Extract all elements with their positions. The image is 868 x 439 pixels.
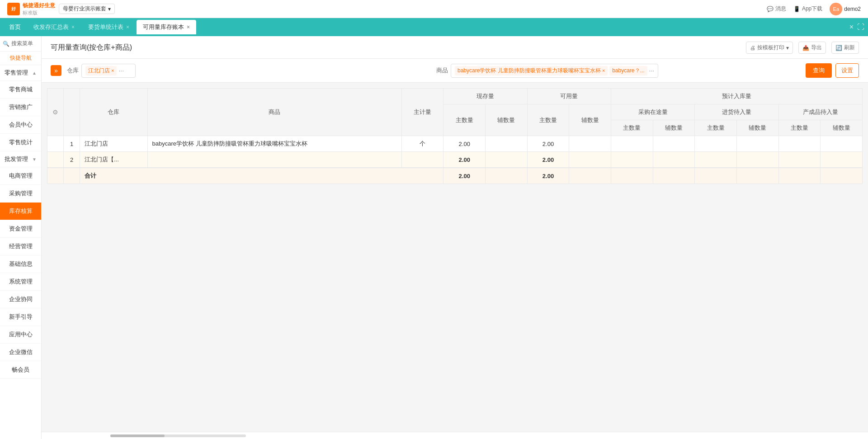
col-header-warehouse: 仓库 (80, 89, 148, 136)
industry-selector[interactable]: 母婴行业演示账套 ▾ (59, 4, 115, 14)
col-header-available-main: 主数量 (527, 104, 569, 136)
row-2-available-main: 2.00 (527, 152, 569, 168)
col-header-available: 可用量 (527, 89, 611, 104)
row-1-available-aux (569, 136, 611, 152)
refresh-button[interactable]: 🔄 刷新 (831, 42, 859, 54)
row-2-inbound-main (695, 152, 737, 168)
message-button[interactable]: 💬 消息 (767, 5, 786, 13)
user-menu[interactable]: Ea demo2 (830, 3, 861, 15)
top-bar-left: 好 畅捷通好生意 标准版 母婴行业演示账套 ▾ (7, 2, 115, 16)
col-header-current-stock: 现存量 (443, 89, 527, 104)
row-1-available-main: 2.00 (527, 136, 569, 152)
sidebar-item-new-guide[interactable]: 新手引导 (0, 308, 41, 326)
col-header-current-aux: 辅数量 (486, 104, 528, 136)
col-header-inbound-aux: 辅数量 (736, 120, 778, 136)
window-buttons: × ⛶ (849, 23, 864, 31)
query-button[interactable]: 查询 (806, 63, 832, 78)
tab-1[interactable]: 收发存汇总表 × (27, 20, 81, 34)
row-2-current-main: 2.00 (443, 152, 486, 168)
row-1-product: babycare学饮杯 儿童防摔防撞吸管杯重力球吸嘴杯宝宝水杯 (147, 136, 401, 152)
top-bar-right: 💬 消息 📱 App下载 Ea demo2 (767, 3, 861, 15)
product-input[interactable]: babycare学饮杯 儿童防摔防撞吸管杯重力球吸嘴杯宝宝水杯 × babyca… (451, 64, 658, 78)
warehouse-tag-close[interactable]: × (111, 68, 114, 73)
row-2-no: 2 (64, 152, 80, 168)
sidebar-quick-nav[interactable]: 快捷导航 (0, 52, 41, 65)
sidebar-item-retail-stats[interactable]: 零售统计 (0, 134, 41, 151)
sidebar-item-system[interactable]: 系统管理 (0, 273, 41, 291)
export-button[interactable]: 📤 导出 (798, 42, 826, 54)
table-settings-icon[interactable]: ⚙ (52, 109, 58, 116)
sidebar-item-ecommerce[interactable]: 电商管理 (0, 167, 41, 185)
row-2-unit (401, 152, 443, 168)
footer-current-main: 2.00 (443, 168, 486, 184)
col-header-unit: 主计量 (401, 89, 443, 136)
row-2-purchase-aux (653, 152, 695, 168)
brand-name: 畅捷通好生意 (23, 2, 55, 9)
settings-button[interactable]: 设置 (835, 63, 859, 78)
content-area: 可用量查询(按仓库+商品) 🖨 按模板打印 ▾ 📤 导出 🔄 刷新 (42, 36, 868, 439)
col-header-settings: ⚙ (47, 89, 64, 136)
row-1-current-main: 2.00 (443, 136, 486, 152)
table-row: 2 江北门店【... 2.00 2.00 (47, 152, 863, 168)
close-all-tabs-button[interactable]: × (849, 23, 854, 31)
row-2-available-aux (569, 152, 611, 168)
horizontal-scrollbar[interactable] (110, 434, 246, 437)
scrollbar-thumb (110, 434, 165, 437)
page-header: 可用量查询(按仓库+商品) 🖨 按模板打印 ▾ 📤 导出 🔄 刷新 (42, 36, 868, 59)
tab-2[interactable]: 要货单统计表 × (82, 20, 136, 34)
sidebar-item-members[interactable]: 会员中心 (0, 116, 41, 134)
row-1-production-main (778, 136, 821, 152)
footer-available-main: 2.00 (527, 168, 569, 184)
export-icon: 📤 (802, 45, 809, 51)
sidebar-item-online-store[interactable]: 零售商城 (0, 81, 41, 99)
sidebar-item-vip[interactable]: 畅会员 (0, 361, 41, 379)
tab-2-close[interactable]: × (126, 24, 129, 30)
search-icon: 🔍 (3, 41, 9, 47)
sidebar-item-zero-retail[interactable]: 零售管理 ▲ (0, 65, 41, 81)
sidebar-item-app-center[interactable]: 应用中心 (0, 326, 41, 344)
sidebar-item-purchase[interactable]: 采购管理 (0, 185, 41, 203)
footer-no (64, 168, 80, 184)
print-button[interactable]: 🖨 按模板打印 ▾ (746, 42, 793, 54)
product-tag-1-close[interactable]: × (602, 68, 605, 73)
sidebar: 🔍 搜索菜单 快捷导航 零售管理 ▲ 零售商城 营销推广 会员中心 零售统计 批… (0, 36, 42, 439)
sidebar-item-wholesale[interactable]: 批发管理 ▼ (0, 151, 41, 167)
warehouse-filter-group: 仓库 江北门店 × ··· (67, 64, 431, 78)
app-download-button[interactable]: 📱 App下载 (793, 5, 822, 13)
sidebar-search[interactable]: 🔍 搜索菜单 (0, 36, 41, 52)
tab-home[interactable]: 首页 (4, 20, 26, 34)
footer-current-aux (486, 168, 528, 184)
warehouse-more-icon[interactable]: ··· (118, 67, 124, 74)
warehouse-input[interactable]: 江北门店 × ··· (81, 64, 136, 78)
sidebar-item-finance[interactable]: 资金管理 (0, 220, 41, 238)
product-more-icon[interactable]: ··· (649, 67, 655, 74)
footer-settings (47, 168, 64, 184)
logo-area: 好 畅捷通好生意 标准版 (7, 2, 55, 16)
fullscreen-button[interactable]: ⛶ (857, 23, 864, 31)
mobile-icon: 📱 (793, 6, 800, 12)
product-tag-1: babycare学饮杯 儿童防摔防撞吸管杯重力球吸嘴杯宝宝水杯 × (455, 66, 608, 76)
sidebar-item-operations[interactable]: 经营管理 (0, 238, 41, 255)
chevron-down-icon: ▾ (108, 6, 111, 12)
tab-1-close[interactable]: × (71, 24, 75, 30)
tab-3[interactable]: 可用量库存账本 × (137, 20, 196, 34)
row-1-warehouse: 江北门店 (80, 136, 148, 152)
product-tag-2: babycare？... (609, 66, 647, 76)
page-actions: 🖨 按模板打印 ▾ 📤 导出 🔄 刷新 (746, 42, 859, 54)
footer-inbound-main (695, 168, 737, 184)
nav-tabs: 首页 收发存汇总表 × 要货单统计表 × 可用量库存账本 × × ⛶ (0, 18, 868, 36)
sidebar-item-inventory[interactable]: 库存核算 (0, 203, 41, 220)
col-header-production-main: 主数量 (778, 120, 821, 136)
tab-3-close[interactable]: × (187, 24, 190, 30)
sidebar-item-basic-info[interactable]: 基础信息 (0, 255, 41, 273)
filter-expand-button[interactable]: » (51, 65, 61, 76)
col-header-inbound: 进货待入量 (695, 104, 778, 120)
industry-label: 母婴行业演示账套 (63, 5, 106, 13)
sidebar-item-enterprise[interactable]: 企业协同 (0, 291, 41, 308)
sidebar-item-wechat[interactable]: 企业微信 (0, 344, 41, 361)
warehouse-tag: 江北门店 × (85, 66, 117, 76)
row-1-no: 1 (64, 136, 80, 152)
sidebar-item-marketing[interactable]: 营销推广 (0, 99, 41, 116)
row-2-product (147, 152, 401, 168)
top-bar: 好 畅捷通好生意 标准版 母婴行业演示账套 ▾ 💬 消息 📱 App下载 Ea … (0, 0, 868, 18)
